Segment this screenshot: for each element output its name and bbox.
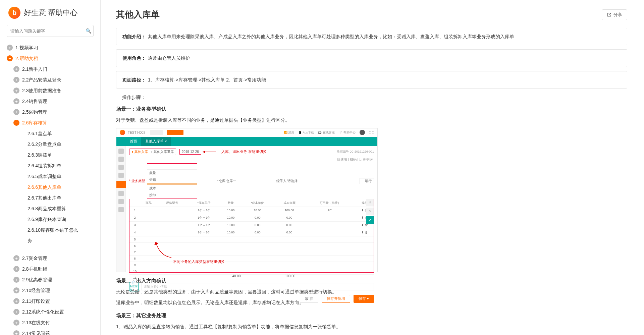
nav-item-2-5[interactable]: +2.5采购管理 [13, 107, 87, 117]
nav-item-2-2[interactable]: +2.2产品安装及登录 [13, 74, 87, 85]
expand-icon: + [13, 298, 19, 304]
nav-leaf-2-6-4[interactable]: 2.6.4组装拆卸单 [26, 160, 80, 171]
fig-tab-doc: 其他入库单 × [141, 137, 171, 146]
collapse-icon: − [7, 55, 13, 61]
nav-tree: +1.视频学习 −2.帮助文档 +2.1新手入门 +2.2产品安装及登录 +2.… [0, 42, 100, 335]
expand-icon: + [13, 309, 19, 315]
path-box: 页面路径：1、库存核算->库存管理->其他入库单 2、首页->常用功能 [116, 71, 627, 89]
fig-search-stub [150, 130, 163, 135]
fig-top-right: 📶 消息 📱 App下载 🎧 在线客服 ❔ 帮助中心 C C [284, 130, 374, 135]
nav-leaf-2-6-7[interactable]: 2.6.7其他出库单 [26, 192, 80, 203]
nav-leaf-2-6-1[interactable]: 2.6.1盘点单 [26, 128, 80, 139]
nav-item-2-10[interactable]: +2.10经营管理 [13, 285, 87, 296]
fig-table-wrap: 商品规格型号*库存单位数量*成本单价成本金额可用量（批接）操作11个 = 1个1… [129, 199, 374, 273]
nav-item-2-8[interactable]: +2.8手机旺铺 [13, 264, 87, 274]
expand-icon: + [13, 277, 19, 283]
share-icon [607, 12, 611, 17]
intro-box: 功能介绍：其他入库单用来处理除采购入库、产成品入库之外的其他入库业务，因此其他入… [116, 28, 627, 45]
share-button[interactable]: 分享 [602, 9, 627, 20]
expand-icon: + [13, 66, 19, 72]
nav-item-2-4[interactable]: +2.4销售管理 [13, 96, 87, 107]
nav-item-video[interactable]: +1.视频学习 [7, 42, 94, 53]
expand-icon: + [7, 45, 13, 51]
expand-icon: + [13, 266, 19, 272]
fig-rail-active-icon [116, 181, 126, 188]
nav-item-2-1[interactable]: +2.1新手入门 [13, 64, 87, 74]
nav-item-2-6[interactable]: −2.6库存核算 [13, 117, 87, 128]
expand-icon: + [13, 98, 19, 104]
fig-radio-group: ● 其他入库○ 其他入库退库 [129, 149, 176, 155]
fig-annotation-2: 不同业务的入库类型在这里切换 [173, 259, 225, 264]
role-box: 使用角色：通常由仓管人员维护 [116, 49, 627, 67]
steps-label: 操作步骤： [122, 95, 627, 101]
nav-item-2-11[interactable]: +2.11打印设置 [13, 296, 87, 306]
nav-leaf-2-6-2[interactable]: 2.6.2分量盘点单 [26, 139, 80, 150]
expand-icon: + [13, 88, 19, 94]
nav-leaf-2-6-3[interactable]: 2.6.3调拨单 [26, 150, 80, 160]
nav-item-2-14[interactable]: +2.14常见问题 [13, 328, 87, 335]
fig-left-rail [116, 146, 126, 272]
sidebar: b 好生意 帮助中心 🔍 +1.视频学习 −2.帮助文档 +2.1新手入门 +2… [0, 0, 101, 335]
logo-icon: b [8, 7, 20, 19]
search-icon[interactable]: 🔍 [83, 28, 93, 34]
fig-annotation-1: 入库、退出业务 在这里切换 [221, 149, 267, 154]
svg-marker-2 [154, 242, 158, 245]
nav-leaf-2-6-9[interactable]: 2.6.9库存账本查询 [26, 214, 80, 225]
fig-topbar: TEST-H002 📶 消息 📱 App下载 🎧 在线客服 ❔ 帮助中心 C C [116, 128, 377, 137]
fig-right-tools: ⬇✎⤢ [366, 199, 374, 225]
fig-tabbar: 首页 其他入库单 × [116, 137, 377, 146]
expand-icon: + [13, 287, 19, 293]
fig-discard-button: 放 弃 [300, 295, 318, 303]
main-content: 其他入库单 分享 功能介绍：其他入库单用来处理除采购入库、产成品入库之外的其他入… [101, 0, 644, 335]
nav-leaf-2-6-10[interactable]: 2.6.10库存账本错了怎么办 [26, 225, 80, 246]
nav-item-2-7[interactable]: +2.7资金管理 [13, 253, 87, 264]
avatar-icon [360, 130, 365, 135]
memo-icon: 📄备注信息 [129, 282, 139, 291]
fig-save-button: 保存 ▾ [354, 295, 374, 303]
fig-date-box: 2019-12-26 [179, 149, 201, 155]
expand-icon: + [13, 320, 19, 326]
nav-leaf-2-6-5[interactable]: 2.6.5成本调整单 [26, 171, 80, 182]
nav-item-2-12[interactable]: +2.12系统个性化设置 [13, 306, 87, 317]
expand-icon: + [13, 109, 19, 115]
fig-tab-home: 首页 [126, 137, 141, 146]
scene1-text: 对于受赠、盘盈或是拆装入库等不同的业务，是通过单据头【业务类型】进行区分。 [116, 116, 627, 125]
fig-orange-button [167, 130, 183, 135]
collapse-icon: − [13, 120, 19, 126]
nav-item-2-9[interactable]: +2.9优惠券管理 [13, 274, 87, 285]
expand-icon: + [13, 255, 19, 261]
search-input[interactable] [7, 29, 83, 34]
fig-body: ● 其他入库○ 其他入库退库 2019-12-26 入库、退出业务 在这里切换 … [126, 146, 377, 272]
fig-logo-icon [120, 130, 125, 135]
nav-item-2-3[interactable]: +2.3使用前数据准备 [13, 85, 87, 96]
nav-leaf-2-6-8[interactable]: 2.6.8商品成本重算 [26, 203, 80, 214]
expand-icon: + [13, 77, 19, 83]
nav-leaf-2-6-6[interactable]: 2.6.6其他入库单 [26, 182, 80, 192]
scene3-p: 1、赠品入库的商品直接转为销售。通过工具栏【复制/复制为销货单】功能，将单据信息… [116, 322, 627, 331]
search-box[interactable]: 🔍 [7, 25, 94, 37]
scene3-title: 场景三：其它业务处理 [116, 313, 627, 319]
fig-save-add-button: 保存并新增 [322, 295, 350, 303]
fig-memo-input: 请输入备注信息 [141, 283, 374, 290]
fig-biztype-dropdown: 盘盈 受赠 成本 拆卸 [147, 163, 197, 199]
scene1-title: 场景一：业务类型确认 [116, 106, 627, 112]
brand-title: 好生意 帮助中心 [24, 8, 77, 18]
expand-icon: + [13, 330, 19, 335]
nav-item-2-13[interactable]: +2.13在线支付 [13, 317, 87, 328]
nav-item-helpdocs[interactable]: −2.帮助文档 [7, 53, 94, 64]
brand-row: b 好生意 帮助中心 [0, 7, 100, 25]
screenshot-figure: TEST-H002 📶 消息 📱 App下载 🎧 在线客服 ❔ 帮助中心 C C… [116, 128, 378, 272]
svg-marker-1 [203, 151, 205, 153]
page-title: 其他入库单 [116, 9, 160, 20]
